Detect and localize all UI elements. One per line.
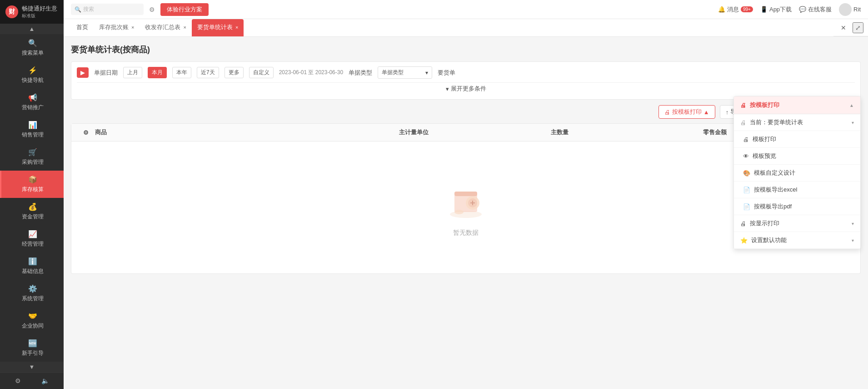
template-design-icon: 🎨: [743, 170, 750, 177]
dropdown-item-export-excel[interactable]: 📄 按模板导出excel: [734, 182, 860, 198]
sidebar-item-marketing[interactable]: 📢 营销推广: [0, 89, 64, 116]
dropdown-item-display-print[interactable]: 🖨 按显示打印 ▾: [734, 215, 860, 232]
date-filter-label: 单据日期: [94, 69, 118, 77]
close-order-stats-tab[interactable]: ×: [235, 25, 238, 30]
set-default-arrow: ▾: [852, 238, 854, 243]
topbar: 🔍 搜索 ⚙ 体验行业方案 🔔 消息 99+ 📱 App下载 💬 在线客服 Ri…: [64, 0, 868, 19]
sidebar-item-finance[interactable]: 💰 资金管理: [0, 198, 64, 225]
sidebar-item-label: 库存核算: [22, 186, 44, 193]
sidebar-item-purchase[interactable]: 🛒 采购管理: [0, 143, 64, 171]
tab-order-stats[interactable]: 要货单统计表 ×: [192, 19, 244, 36]
app-download-label: App下载: [769, 5, 792, 14]
doc-type-select[interactable]: 单据类型 ▾: [378, 66, 432, 79]
system-nav-icon: ⚙️: [28, 284, 37, 293]
sidebar-item-sales[interactable]: 📊 销售管理: [0, 116, 64, 143]
expand-more-btn[interactable]: ▾ 展开更多条件: [77, 82, 855, 95]
close-inventory-batch-tab[interactable]: ×: [131, 25, 134, 30]
sound-bottom-btn[interactable]: 🔈: [41, 377, 49, 384]
notifications-btn[interactable]: 🔔 消息 99+: [718, 5, 753, 14]
sidebar-item-search[interactable]: 🔍 搜索菜单: [0, 34, 64, 61]
notifications-label: 消息: [727, 5, 739, 14]
last-7-days-btn[interactable]: 近7天: [197, 67, 219, 78]
current-month-btn[interactable]: 本月: [148, 67, 167, 78]
window-close-btn[interactable]: ✕: [838, 22, 849, 33]
user-avatar-btn[interactable]: Rit: [839, 3, 861, 16]
dropdown-title: 按模板打印: [750, 101, 779, 109]
col-settings[interactable]: ⚙: [77, 129, 95, 136]
dropdown-header[interactable]: 🖨 按模板打印 ▲: [734, 96, 860, 114]
page-content: 要货单统计表(按商品) ▶ 单据日期 上月 本月 本年 近7天 更多 自定义 2…: [64, 37, 868, 389]
template-icon: 🖨: [740, 119, 746, 126]
sidebar-logo: 财 畅捷通好生意 标准版: [0, 0, 64, 24]
sidebar-item-label: 搜索菜单: [22, 49, 44, 57]
sidebar-item-collab[interactable]: 🤝 企业协同: [0, 307, 64, 334]
template-print-label: 模板打印: [753, 135, 776, 143]
window-maximize-btn[interactable]: ⤢: [853, 22, 863, 33]
template-preview-icon: 👁: [743, 153, 749, 160]
printer-icon: 🖨: [664, 109, 670, 116]
svg-point-7: [454, 210, 464, 214]
service-label: 在线客服: [808, 5, 832, 14]
dropdown-item-set-default[interactable]: ⭐ 设置默认功能 ▾: [734, 232, 860, 249]
app-logo-icon: 财: [5, 5, 18, 18]
more-date-btn[interactable]: 更多: [224, 67, 244, 78]
close-collection-summary-tab[interactable]: ×: [183, 25, 186, 30]
sidebar: 财 畅捷通好生意 标准版 ▲ 🔍 搜索菜单 ⚡ 快捷导航 📢 营销推广 📊 销售…: [0, 0, 64, 389]
dropdown-item-template-design[interactable]: 🎨 模板自定义设计: [734, 165, 860, 182]
main-area: 🔍 搜索 ⚙ 体验行业方案 🔔 消息 99+ 📱 App下载 💬 在线客服 Ri…: [64, 0, 868, 389]
filter-toggle-btn[interactable]: ▶: [77, 67, 89, 78]
display-print-left: 🖨 按显示打印: [740, 219, 779, 227]
app-download-btn[interactable]: 📱 App下载: [760, 5, 792, 14]
inventory-batch-tab-label: 库存批次账: [99, 23, 129, 31]
sidebar-item-guide[interactable]: 🆕 新手引导: [0, 334, 64, 362]
sidebar-scroll-down[interactable]: ▼: [0, 362, 64, 372]
settings-bottom-btn[interactable]: ⚙: [15, 377, 21, 384]
topbar-gear-icon[interactable]: ⚙: [149, 6, 155, 13]
avatar: [839, 3, 852, 16]
finance-nav-icon: 💰: [28, 202, 37, 211]
prev-month-btn[interactable]: 上月: [123, 67, 142, 78]
sidebar-item-quick[interactable]: ⚡ 快捷导航: [0, 61, 64, 89]
print-template-label: 按模板打印: [672, 108, 702, 116]
sidebar-item-label: 快捷导航: [22, 76, 44, 84]
bell-icon: 🔔: [718, 6, 725, 13]
filter-bar: ▶ 单据日期 上月 本月 本年 近7天 更多 自定义 2023-06-01 至 …: [71, 61, 861, 100]
online-service-btn[interactable]: 💬 在线客服: [799, 5, 832, 14]
quick-nav-icon: ⚡: [28, 66, 37, 75]
set-default-left: ⭐ 设置默认功能: [740, 236, 787, 244]
home-tab-label: 首页: [76, 23, 88, 31]
tab-home[interactable]: 首页: [71, 19, 94, 36]
current-year-btn[interactable]: 本年: [172, 67, 191, 78]
dropdown-item-export-pdf[interactable]: 📄 按模板导出pdf: [734, 198, 860, 215]
sales-nav-icon: 📊: [28, 121, 37, 129]
expand-icon: ▾: [446, 86, 449, 92]
sidebar-item-label: 采购管理: [22, 158, 44, 166]
current-template-item[interactable]: 🖨 当前：要货单统计表 ▾: [734, 114, 860, 131]
tab-inventory-batch[interactable]: 库存批次账 ×: [94, 19, 140, 36]
template-design-label: 模板自定义设计: [754, 169, 795, 177]
sidebar-item-basic[interactable]: ℹ️ 基础信息: [0, 253, 64, 280]
notifications-badge: 99+: [741, 6, 753, 12]
topbar-right: 🔔 消息 99+ 📱 App下载 💬 在线客服 Rit: [718, 3, 861, 16]
chevron-down-icon: ▾: [425, 70, 428, 76]
expand-label: 展开更多条件: [451, 85, 486, 93]
sidebar-item-system[interactable]: ⚙️ 系统管理: [0, 280, 64, 307]
topbar-search[interactable]: 🔍 搜索: [71, 4, 144, 15]
dropdown-item-template-preview[interactable]: 👁 模板预览: [734, 148, 860, 165]
display-print-icon: 🖨: [740, 220, 746, 227]
business-nav-icon: 📈: [28, 230, 37, 238]
tab-collection-summary[interactable]: 收发存汇总表 ×: [140, 19, 191, 36]
marketing-nav-icon: 📢: [28, 93, 37, 102]
industry-btn[interactable]: 体验行业方案: [160, 3, 209, 16]
custom-date-btn[interactable]: 自定义: [249, 67, 274, 78]
current-template-label: 当前：要货单统计表: [750, 118, 803, 126]
template-print-icon: 🖨: [743, 136, 749, 143]
print-template-btn[interactable]: 🖨 按模板打印 ▲: [658, 105, 715, 119]
sidebar-item-business[interactable]: 📈 经营管理: [0, 225, 64, 253]
dropdown-item-template-print[interactable]: 🖨 模板打印: [734, 131, 860, 148]
sidebar-scroll-up[interactable]: ▲: [0, 24, 64, 34]
date-range-display: 2023-06-01 至 2023-06-30: [279, 69, 343, 76]
order-type-filter-label: 要货单: [438, 69, 455, 77]
sidebar-item-inventory[interactable]: 📦 库存核算: [0, 171, 64, 198]
empty-state-icon: [443, 178, 489, 223]
